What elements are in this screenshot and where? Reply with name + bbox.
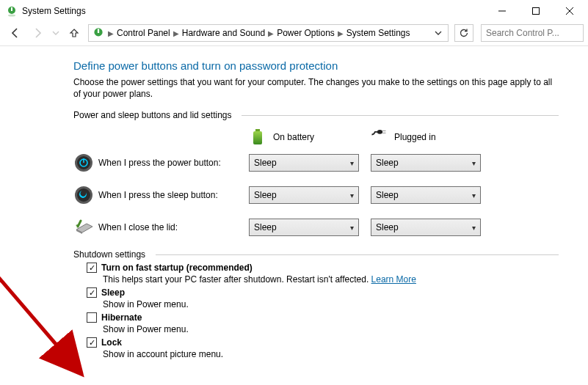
power-button-row: When I press the power button: Sleep▾ Sl… [73, 153, 559, 173]
plug-icon [371, 128, 387, 147]
svg-rect-8 [98, 29, 99, 33]
breadcrumb-item[interactable]: Hardware and Sound▶ [182, 28, 274, 38]
svg-point-2 [8, 15, 15, 17]
lock-item: Lock Show in account picture menu. [87, 337, 559, 359]
svg-line-22 [0, 241, 77, 369]
close-lid-battery-select[interactable]: Sleep▾ [249, 219, 359, 236]
refresh-button[interactable] [454, 24, 473, 42]
svg-point-13 [377, 130, 382, 134]
window-title: System Settings [22, 6, 86, 16]
content-area: Define power buttons and turn on passwor… [0, 46, 588, 368]
svg-point-21 [77, 188, 90, 202]
hibernate-checkbox[interactable] [87, 312, 97, 323]
sleep-button-icon [73, 185, 94, 205]
svg-rect-12 [253, 131, 262, 144]
titlebar: System Settings [0, 0, 588, 22]
chevron-down-icon: ▾ [472, 191, 476, 199]
power-button-icon [73, 153, 94, 173]
svg-rect-11 [255, 129, 260, 131]
lock-checkbox[interactable] [87, 337, 97, 348]
button-section-header: Power and sleep buttons and lid settings [73, 110, 231, 120]
page-description: Choose the power settings that you want … [73, 76, 559, 100]
learn-more-link[interactable]: Learn More [371, 274, 416, 285]
battery-icon [250, 128, 266, 147]
svg-rect-1 [11, 7, 12, 11]
sleep-label: Sleep [101, 287, 125, 298]
fast-startup-checkbox[interactable] [87, 263, 97, 273]
close-button[interactable] [553, 0, 587, 22]
lock-sub: Show in account picture menu. [103, 349, 559, 359]
sleep-button-row: When I press the sleep button: Sleep▾ Sl… [73, 185, 559, 205]
laptop-lid-icon [73, 217, 94, 238]
forward-button[interactable] [28, 23, 47, 43]
maximize-button[interactable] [519, 0, 553, 22]
divider-line [156, 254, 559, 255]
shutdown-section-header: Shutdown settings [73, 249, 145, 260]
search-input[interactable] [484, 27, 588, 39]
back-button[interactable] [6, 23, 25, 43]
svg-rect-4 [533, 8, 540, 15]
lock-label: Lock [101, 337, 122, 348]
power-button-plugged-select[interactable]: Sleep▾ [371, 154, 481, 172]
breadcrumb[interactable]: ▶ Control Panel▶ Hardware and Sound▶ Pow… [88, 24, 449, 42]
chevron-down-icon: ▾ [350, 191, 354, 199]
up-button[interactable] [65, 23, 84, 43]
chevron-down-icon: ▾ [350, 224, 354, 232]
plugged-in-label: Plugged in [394, 132, 436, 142]
hibernate-sub: Show in Power menu. [103, 324, 559, 334]
fast-startup-item: Turn on fast startup (recommended) This … [87, 263, 559, 285]
sleep-button-label: When I press the sleep button: [98, 190, 249, 200]
chevron-down-icon: ▾ [472, 159, 476, 167]
fast-startup-label: Turn on fast startup (recommended) [101, 263, 253, 273]
minimize-button[interactable] [485, 0, 519, 22]
sleep-item: Sleep Show in Power menu. [87, 287, 559, 309]
chevron-down-icon: ▾ [350, 159, 354, 167]
search-box[interactable] [481, 24, 584, 42]
app-icon [6, 5, 18, 17]
breadcrumb-item[interactable]: Control Panel▶ [117, 28, 179, 38]
power-button-battery-select[interactable]: Sleep▾ [249, 154, 359, 172]
divider-line [242, 115, 559, 116]
chevron-down-icon: ▾ [472, 224, 476, 232]
hibernate-item: Hibernate Show in Power menu. [87, 312, 559, 334]
navbar: ▶ Control Panel▶ Hardware and Sound▶ Pow… [0, 22, 588, 44]
close-lid-row: When I close the lid: Sleep▾ Sleep▾ [73, 217, 559, 238]
breadcrumb-item[interactable]: Power Options▶ [277, 28, 344, 38]
on-battery-label: On battery [273, 132, 314, 142]
sleep-button-battery-select[interactable]: Sleep▾ [249, 186, 359, 204]
breadcrumb-root-icon [92, 26, 105, 40]
page-title: Define power buttons and turn on passwor… [73, 59, 559, 72]
close-lid-label: When I close the lid: [98, 222, 249, 232]
breadcrumb-history-dropdown[interactable] [432, 29, 445, 37]
sleep-button-plugged-select[interactable]: Sleep▾ [371, 186, 481, 204]
close-lid-plugged-select[interactable]: Sleep▾ [371, 219, 481, 236]
chevron-right-icon: ▶ [108, 29, 114, 37]
power-button-label: When I press the power button: [98, 158, 249, 168]
sleep-sub: Show in Power menu. [103, 299, 559, 309]
sleep-checkbox[interactable] [87, 287, 97, 298]
breadcrumb-item[interactable]: System Settings [346, 28, 410, 38]
hibernate-label: Hibernate [101, 312, 142, 323]
column-headers: On battery Plugged in [73, 128, 559, 147]
recent-locations-button[interactable] [50, 23, 62, 43]
fast-startup-sub: This helps start your PC faster after sh… [103, 274, 369, 285]
